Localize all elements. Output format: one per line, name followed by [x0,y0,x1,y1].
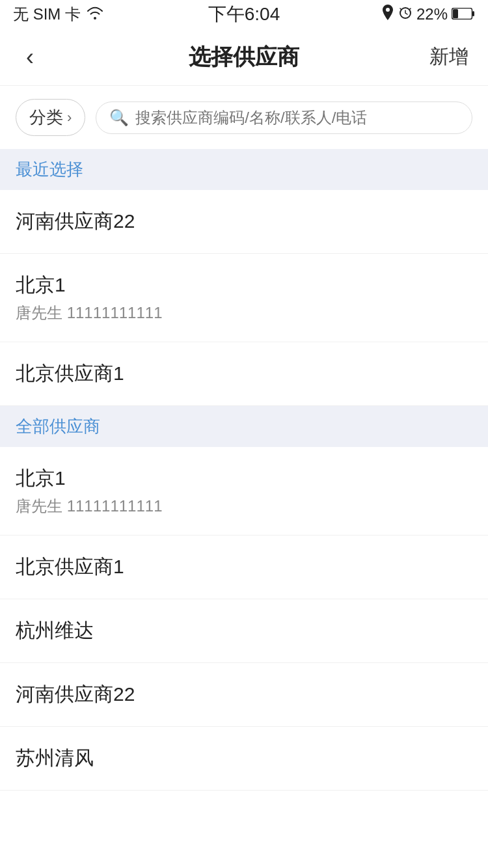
item-detail: 唐先生 11111111111 [16,496,472,517]
battery-icon [452,5,475,23]
recent-section-label: 最近选择 [16,159,83,179]
status-right: 22% [381,5,475,24]
page-title: 选择供应商 [189,42,299,72]
chevron-right-icon: › [67,109,72,126]
item-name: 杭州维达 [16,617,472,644]
all-list-item[interactable]: 北京供应商1 [0,536,488,599]
filter-bar: 分类 › 🔍 [0,86,488,149]
all-list: 北京1 唐先生 11111111111 北京供应商1 杭州维达 河南供应商22 … [0,447,488,791]
recent-list-item[interactable]: 北京1 唐先生 11111111111 [0,254,488,342]
svg-rect-2 [472,11,474,16]
recent-list-item[interactable]: 北京供应商1 [0,342,488,406]
search-input[interactable] [135,109,459,127]
item-name: 河南供应商22 [16,208,472,235]
search-icon: 🔍 [109,109,129,127]
location-icon [381,5,394,24]
carrier-text: 无 SIM 卡 [13,4,81,25]
search-box[interactable]: 🔍 [96,102,472,134]
all-list-item[interactable]: 北京1 唐先生 11111111111 [0,447,488,536]
category-label: 分类 [29,106,63,129]
add-button[interactable]: 新增 [429,44,468,70]
item-detail: 唐先生 11111111111 [16,303,472,323]
category-filter-button[interactable]: 分类 › [16,99,85,136]
nav-bar: ‹ 选择供应商 新增 [0,29,488,86]
recent-section-header: 最近选择 [0,149,488,190]
status-bar: 无 SIM 卡 下午6:04 22% [0,0,488,29]
svg-rect-3 [453,9,458,18]
all-list-item[interactable]: 苏州清风 [0,727,488,791]
all-section-label: 全部供应商 [16,416,100,436]
item-name: 河南供应商22 [16,681,472,708]
recent-list: 河南供应商22 北京1 唐先生 11111111111 北京供应商1 [0,190,488,406]
status-time: 下午6:04 [208,2,280,27]
all-section-header: 全部供应商 [0,406,488,447]
back-button[interactable]: ‹ [20,37,40,77]
wifi-icon [86,5,104,23]
status-left: 无 SIM 卡 [13,4,104,25]
item-name: 北京供应商1 [16,360,472,387]
all-list-item[interactable]: 杭州维达 [0,599,488,663]
recent-list-item[interactable]: 河南供应商22 [0,190,488,254]
item-name: 苏州清风 [16,745,472,772]
all-list-item[interactable]: 河南供应商22 [0,663,488,727]
alarm-icon [398,5,413,23]
item-name: 北京1 [16,465,472,492]
battery-text: 22% [416,5,448,23]
item-name: 北京1 [16,272,472,299]
item-name: 北京供应商1 [16,554,472,580]
